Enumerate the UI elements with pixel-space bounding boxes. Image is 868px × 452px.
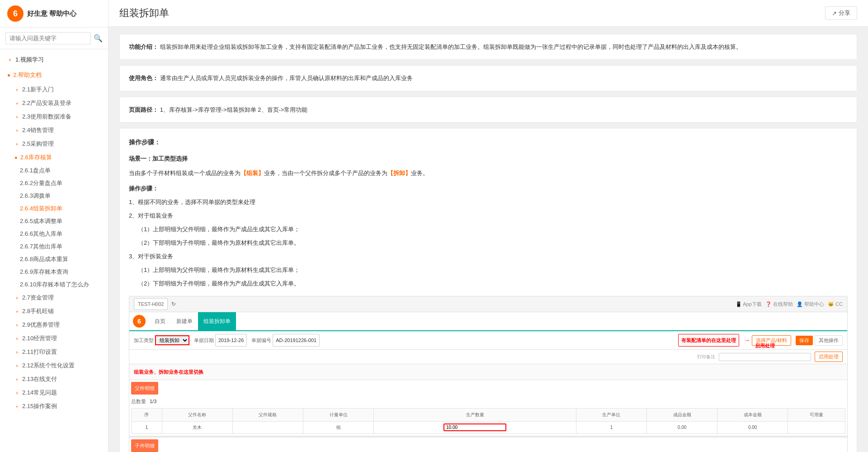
sc-lower-table-label: 子件明细 bbox=[131, 439, 158, 452]
sidebar-sub-label: 2.9优惠券管理 bbox=[22, 321, 60, 329]
sc-tabs: 自页 新建单 组装拆卸单 bbox=[149, 312, 236, 330]
sidebar-item-inventory[interactable]: ● 2.6库存核算 bbox=[0, 151, 108, 164]
sidebar-item-cost-recalc[interactable]: 2.6.8商品成本重算 bbox=[0, 253, 108, 266]
plus-icon: ＋ bbox=[14, 141, 19, 147]
path-label: 页面路径： bbox=[129, 106, 158, 113]
sidebar-item-data-prep[interactable]: ＋ 2.3使用前数据准备 bbox=[0, 110, 108, 124]
steps-area: 操作步骤： 场景一：加工类型选择 当由多个子件材料组装成一个成品的业务为【组装】… bbox=[119, 128, 857, 452]
step1: 1、根据不同的业务，选择不同单据的类型来处理 bbox=[129, 196, 848, 208]
feature-label: 功能介绍： bbox=[129, 43, 158, 50]
sidebar-item-stock-ledger[interactable]: 2.6.9库存账本查询 bbox=[0, 266, 108, 278]
plus-icon: ＋ bbox=[14, 335, 19, 342]
sc-save-btn[interactable]: 保存 bbox=[796, 336, 813, 345]
sidebar-item-customize[interactable]: ＋ 2.12系统个性化设置 bbox=[0, 359, 108, 372]
sidebar-item-finance[interactable]: ＋ 2.7资金管理 bbox=[0, 291, 108, 305]
sc-upper-td-unit: 组 bbox=[303, 422, 374, 434]
sc-type-label: 加工类型 bbox=[134, 335, 154, 345]
share-icon: ↗ bbox=[832, 10, 837, 17]
sidebar-item-cases[interactable]: ＋ 2.15操作案例 bbox=[0, 400, 108, 413]
sc-tab-home[interactable]: 自页 bbox=[149, 312, 171, 330]
sc-help-icon: ❓ 在线帮助 bbox=[765, 299, 793, 309]
feature-block: 功能介绍： 组装拆卸单用来处理企业组装或拆卸等加工业务，支持有固定装配清单的产品… bbox=[119, 34, 857, 60]
path-block: 页面路径： 1、库存核算->库存管理->组装拆卸单 2、首页->常用功能 bbox=[119, 97, 857, 123]
sidebar-item-videos[interactable]: ＋ 1.视频学习 bbox=[0, 52, 108, 67]
sidebar-item-newcomer[interactable]: ＋ 2.1新手入门 bbox=[0, 83, 108, 96]
sidebar-item-faq[interactable]: ＋ 2.14常见问题 bbox=[0, 386, 108, 400]
sc-upper-td-spec bbox=[232, 422, 303, 434]
sc-other-btn[interactable]: 其他操作 bbox=[815, 335, 843, 346]
sidebar-sub-label: 2.8手机旺铺 bbox=[22, 307, 54, 315]
sc-qty-label: 总数量 bbox=[131, 396, 146, 406]
sc-tab-assembly[interactable]: 组装拆卸单 bbox=[198, 312, 236, 331]
sc-number-field: 单据编号 AD-20191226-001 bbox=[251, 334, 320, 347]
sc-upper-th-spec: 父件规格 bbox=[232, 409, 303, 422]
sidebar-item-other-out[interactable]: 2.6.7其他出库单 bbox=[0, 240, 108, 253]
main-header: 组装拆卸单 ↗ 分享 bbox=[108, 0, 868, 27]
sc-tab-new[interactable]: 新建单 bbox=[171, 312, 198, 330]
sc-annotation2: 组装业务、拆卸业务在这里切换 bbox=[134, 369, 203, 375]
sc-print-input[interactable] bbox=[719, 353, 811, 361]
sc-upper-td-seq: 1 bbox=[132, 422, 162, 434]
step3: 3、对于拆装业务 bbox=[129, 251, 848, 262]
sidebar-item-coupon[interactable]: ＋ 2.9优惠券管理 bbox=[0, 318, 108, 332]
sidebar-item-ledger-fix[interactable]: 2.6.10库存账本错了怎么办 bbox=[0, 278, 108, 291]
sc-annotation3: 启用处理 bbox=[755, 341, 775, 351]
sidebar-item-print[interactable]: ＋ 2.11打印设置 bbox=[0, 345, 108, 359]
nav-section-docs: ● 2.帮助文档 ＋ 2.1新手入门 ＋ 2.2产品安装及登录 ＋ 2.3使用前… bbox=[0, 67, 108, 413]
scene1-title: 场景一：加工类型选择 bbox=[129, 153, 848, 165]
role-text: 通常由生产人员或库管人员完成拆装业务的操作，库管人员确认原材料的出库和产成品的入… bbox=[160, 75, 413, 81]
role-label: 使用角色： bbox=[129, 75, 158, 81]
plus-icon: ＋ bbox=[14, 100, 19, 107]
sc-upper-table-wrap: 父件明细 总数量 1/3 序 父件名称 父件规格 计量单位 bbox=[129, 380, 847, 436]
sidebar-sub-label: 2.13在线支付 bbox=[22, 375, 57, 383]
sidebar-item-sales[interactable]: ＋ 2.4销售管理 bbox=[0, 124, 108, 137]
share-button[interactable]: ↗ 分享 bbox=[825, 6, 857, 20]
sidebar-sub-label: 2.4销售管理 bbox=[22, 126, 54, 134]
sidebar-sub-label: 2.2产品安装及登录 bbox=[22, 99, 71, 107]
screenshot-inner: TEST-H002 ↻ 📱 App下载 ❓ 在线帮助 👤 帮助中心 🐱 CC 6 bbox=[129, 296, 847, 452]
sidebar-item-docs[interactable]: ● 2.帮助文档 bbox=[0, 67, 108, 83]
plus-icon: ＋ bbox=[7, 56, 13, 64]
sidebar-sub-label: 2.11打印设置 bbox=[22, 348, 57, 356]
sidebar-item-stocktake[interactable]: 2.6.1盘点单 bbox=[0, 164, 108, 177]
sc-number-label: 单据编号 bbox=[251, 335, 271, 345]
sc-prod-qty-input[interactable] bbox=[443, 423, 506, 431]
search-button[interactable]: 🔍 bbox=[94, 34, 103, 43]
plus-icon: ＋ bbox=[14, 390, 19, 396]
sc-upper-td-cost-amt: 0.00 bbox=[717, 422, 788, 434]
search-input[interactable] bbox=[5, 32, 91, 44]
sc-date-field: 单据日期 2019-12-26 bbox=[194, 334, 247, 347]
sidebar-item-ops[interactable]: ＋ 2.10经营管理 bbox=[0, 332, 108, 345]
sc-address-label: TEST-H002 bbox=[134, 298, 168, 310]
app-name: 好生意 帮助中心 bbox=[27, 10, 76, 18]
sidebar-item-partial-stocktake[interactable]: 2.6.2分量盘点单 bbox=[0, 177, 108, 190]
sc-number-value[interactable]: AD-20191226-001 bbox=[273, 334, 320, 347]
step2-1: （1）上部明细为父件明细，最终作为产成品生成其它入库单； bbox=[129, 224, 848, 235]
ops-steps-title: 操作步骤： bbox=[129, 183, 848, 195]
sc-upper-table: 序 父件名称 父件规格 计量单位 生产数量 生产单位 成品金额 成本金额 可用量 bbox=[131, 408, 845, 434]
sidebar-item-mobile[interactable]: ＋ 2.8手机旺铺 bbox=[0, 305, 108, 318]
plus-icon: ＋ bbox=[14, 362, 19, 369]
sc-refresh-icon[interactable]: ↻ bbox=[171, 299, 176, 309]
sc-upper-th-name: 父件名称 bbox=[162, 409, 232, 422]
sc-type-select[interactable]: 组装拆卸 bbox=[155, 335, 189, 345]
nav-section-videos: ＋ 1.视频学习 bbox=[0, 52, 108, 67]
plus-icon: ＋ bbox=[14, 127, 19, 134]
search-box: 🔍 bbox=[0, 28, 108, 49]
sc-lower-table-wrap: 子件明细 无固定流程可给清单在这里录入 序 子件名称 规格型号 计划用量 用量 bbox=[129, 438, 847, 452]
sidebar-item-transfer[interactable]: 2.6.3调拨单 bbox=[0, 190, 108, 202]
sidebar-item-cost-adjust[interactable]: 2.6.5成本调整单 bbox=[0, 215, 108, 228]
sc-date-value[interactable]: 2019-12-26 bbox=[215, 334, 247, 347]
sc-toolbar-icons: 📱 App下载 ❓ 在线帮助 👤 帮助中心 🐱 CC bbox=[736, 299, 843, 309]
sidebar-item-purchase[interactable]: ＋ 2.5采购管理 bbox=[0, 137, 108, 151]
sidebar-sub-label: 2.6库存核算 bbox=[20, 153, 52, 162]
sc-app-tabs: 6 自页 新建单 组装拆卸单 bbox=[129, 312, 847, 331]
sc-enable-btn[interactable]: 启用处理 bbox=[815, 352, 843, 362]
sc-app-logo: 6 bbox=[133, 315, 146, 328]
sidebar-item-install[interactable]: ＋ 2.2产品安装及登录 bbox=[0, 96, 108, 110]
sidebar-item-payment[interactable]: ＋ 2.13在线支付 bbox=[0, 372, 108, 386]
sidebar-item-assembly[interactable]: 2.6.4组装拆卸单 bbox=[0, 202, 108, 215]
plus-icon: ＋ bbox=[14, 308, 19, 315]
sidebar-item-other-in[interactable]: 2.6.6其他入库单 bbox=[0, 228, 108, 240]
path-text: 1、库存核算->库存管理->组装拆卸单 2、首页->常用功能 bbox=[160, 106, 308, 113]
